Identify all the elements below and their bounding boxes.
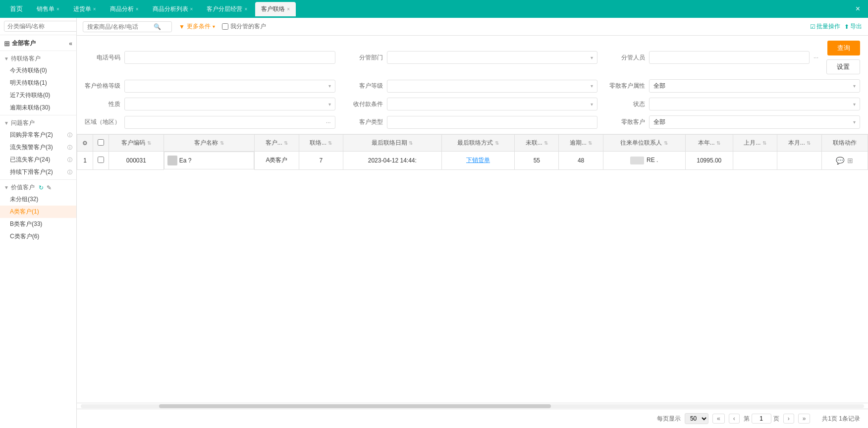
setting-button[interactable]: 设置 [826,59,860,74]
col-last-month[interactable]: 上月... ⇅ [733,135,777,152]
nav-tab-analysis[interactable]: 商品分析 × [104,2,145,16]
sidebar-group-pending[interactable]: ▼ 待联络客户 [0,52,76,64]
sidebar-item-class-b[interactable]: B类客户(33) [0,218,76,230]
filter-ctrl-nature[interactable]: ▾ [124,98,335,110]
col-code[interactable]: 客户编码 ⇅ [109,135,164,152]
col-overdue[interactable]: 逾期... ⇅ [559,135,603,152]
nav-tab-analysis-list[interactable]: 商品分析列表 × [147,2,199,16]
cell-checkbox[interactable] [93,152,109,170]
col-last-date-label: 最后联络日期 [372,139,407,146]
search-input[interactable] [87,23,152,30]
refresh-icon[interactable]: ↻ [39,184,44,191]
filter-label-region: 区域（地区） [85,118,120,126]
sidebar-item-7days[interactable]: 近7天待联络(0) [0,89,76,102]
nav-tab-customer-contact[interactable]: 客户联络 × [255,2,296,16]
filter-ctrl-phone[interactable] [124,51,335,64]
filter-ctrl-region[interactable]: ··· [124,116,335,129]
nav-tab-sales[interactable]: 销售单 × [31,2,65,16]
chat-icon[interactable]: 💬 [836,157,844,164]
table-container: ⚙ 客户编码 ⇅ 客户名称 ⇅ 客户... ⇅ [77,134,868,403]
row-checkbox[interactable] [98,157,104,163]
sidebar-group-value[interactable]: ▼ 价值客户 ↻ ✎ [0,181,76,193]
cell-last-method[interactable]: 下销货单 [441,152,514,170]
query-button[interactable]: 查询 [827,41,860,55]
filter-ctrl-retail[interactable]: 全部 ▾ [649,115,860,129]
sidebar-item-tomorrow[interactable]: 明天待联络(1) [0,77,76,89]
sidebar-item-class-b-label: B类客户(33) [10,220,72,228]
nav-tab-analysis-list-label: 商品分析列表 [153,5,188,13]
batch-operation-button[interactable]: ☑ 批量操作 [810,22,840,31]
filter-ctrl-status[interactable]: ▾ [649,98,860,110]
col-type[interactable]: 客户... ⇅ [255,135,299,152]
cell-code: 000031 [109,152,164,170]
col-name[interactable]: 客户名称 ⇅ [163,135,255,152]
col-uncontact[interactable]: 未联... ⇅ [515,135,559,152]
my-customer-filter[interactable]: 我分管的客户 [222,22,266,31]
nav-tab-customer-contact-close[interactable]: × [287,6,290,12]
nav-tab-customer-mgr[interactable]: 客户分层经营 × [201,2,253,16]
page-input[interactable] [752,414,771,424]
col-checkbox[interactable] [93,135,109,152]
nav-tab-sales-close[interactable]: × [56,6,59,12]
sidebar-item-churn-warn[interactable]: 流失预警客户(3) ⓘ [0,141,76,154]
col-contact2[interactable]: 往来单位联系人 ⇅ [603,135,685,152]
sidebar-item-class-c[interactable]: C类客户(6) [0,230,76,243]
sidebar-all-customers[interactable]: ⊞ 全部客户 « [0,35,76,50]
col-last-date[interactable]: 最后联络日期 ⇅ [343,135,441,152]
nav-tab-purchase-close[interactable]: × [93,6,96,12]
nav-tab-analysis-close[interactable]: × [136,6,139,12]
filter-label-phone: 电话号码 [85,54,120,62]
qr-icon[interactable]: ⊞ [847,157,853,164]
sort-last-date-icon: ⇅ [409,140,413,146]
last-page-button[interactable]: » [798,414,811,424]
filter-grid: 电话号码 分管部门 ▾ 分管人员 ··· [85,41,860,129]
filter-ctrl-payment[interactable]: ▾ [387,98,598,110]
scrollbar-thumb[interactable] [159,404,551,408]
col-contact-count[interactable]: 联络... ⇅ [299,135,343,152]
sidebar-group-problem[interactable]: ▼ 问题客户 [0,116,76,129]
sidebar-item-declining-info: ⓘ [67,169,72,176]
col-contact-count-label: 联络... [310,139,326,146]
nav-tab-analysis-list-close[interactable]: × [190,6,193,12]
sidebar-item-class-a[interactable]: A类客户(1) [0,206,76,218]
horizontal-scrollbar[interactable] [77,403,868,409]
sidebar-item-tomorrow-label: 明天待联络(1) [10,79,72,87]
nav-tab-purchase[interactable]: 进货单 × [67,2,102,16]
col-this-year[interactable]: 本年... ⇅ [685,135,733,152]
filter-ctrl-price-level[interactable]: ▾ [124,80,335,93]
select-all-checkbox[interactable] [98,139,104,146]
filter-ctrl-retail-attr[interactable]: 全部 ▾ [649,79,860,93]
col-this-month[interactable]: 本月... ⇅ [777,135,821,152]
close-all-button[interactable]: × [852,2,864,15]
sidebar-item-today[interactable]: 今天待联络(0) [0,64,76,77]
filter-ctrl-manager[interactable] [649,51,810,64]
nav-home[interactable]: 首页 [4,1,29,16]
sidebar-item-abnormal[interactable]: 回购异常客户(2) ⓘ [0,129,76,141]
filter-ctrl-customer-type[interactable] [387,116,598,129]
search-icon[interactable]: 🔍 [154,23,161,30]
dots-manager-icon[interactable]: ··· [814,54,818,61]
filter-ctrl-dept[interactable]: ▾ [387,51,598,64]
col-setting[interactable]: ⚙ [77,135,93,152]
next-page-button[interactable]: › [783,414,794,424]
sidebar-item-churned[interactable]: 已流失客户(24) ⓘ [0,154,76,166]
sort-overdue-icon: ⇅ [588,140,592,146]
cell-type: A类客户 [255,152,299,170]
filter-ctrl-customer-level[interactable]: ▾ [387,80,598,93]
page-size-select[interactable]: 50 [685,413,708,424]
edit-icon[interactable]: ✎ [47,184,52,191]
prev-page-button[interactable]: ‹ [729,414,740,424]
cell-contact-count: 7 [299,152,343,170]
first-page-button[interactable]: « [712,414,725,424]
sidebar-search-input[interactable] [4,21,77,32]
last-method-link[interactable]: 下销货单 [466,157,490,163]
more-filter-button[interactable]: ▼ 更多条件 ▾ [176,21,218,32]
col-last-method[interactable]: 最后联络方式 ⇅ [441,135,514,152]
sidebar-item-overdue-contact[interactable]: 逾期未联络(30) [0,102,76,114]
nav-tab-purchase-label: 进货单 [73,5,91,13]
sidebar-item-unclassified[interactable]: 未分组(32) [0,193,76,206]
my-customer-checkbox[interactable] [222,23,228,30]
nav-tab-customer-mgr-close[interactable]: × [244,6,247,12]
export-button[interactable]: ⬆ 导出 [844,22,862,31]
sidebar-item-declining[interactable]: 持续下滑客户(2) ⓘ [0,166,76,178]
